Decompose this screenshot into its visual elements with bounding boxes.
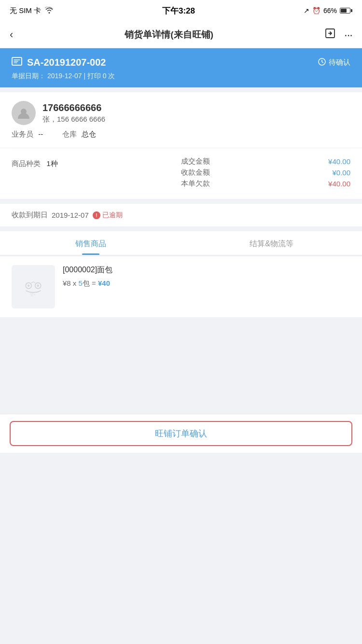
product-image: 管+ <box>12 265 55 308</box>
carrier-label: 无 SIM 卡 <box>10 6 41 15</box>
product-info: [0000002]面包 ¥8 x 5包 = ¥40 <box>63 265 350 288</box>
customer-card: 17666666666 张，156 6666 6666 业务员 -- 仓库 总仓 <box>0 92 362 148</box>
product-tabs: 销售商品 结算&物流等 <box>0 231 362 255</box>
order-header-card: SA-20191207-002 待确认 单据日期： 2019-12-07 | 打… <box>0 48 362 87</box>
summary-left: 商品种类 1种 <box>12 157 181 190</box>
overdue-text: 已逾期 <box>102 211 123 220</box>
status-text: 待确认 <box>329 58 350 67</box>
svg-point-6 <box>28 285 30 287</box>
amount-transaction: 成交金额 ¥40.00 <box>181 157 350 166</box>
status-clock-icon <box>318 58 326 67</box>
nav-actions: ··· <box>325 28 352 42</box>
back-button[interactable]: ‹ <box>10 28 13 41</box>
page-title: 销货单详情(来自旺铺) <box>125 28 213 41</box>
customer-header: 17666666666 张，156 6666 6666 <box>12 101 350 125</box>
status-right: ↗ ⏰ 66% <box>304 7 352 14</box>
customer-meta: 业务员 -- 仓库 总仓 <box>12 130 350 139</box>
due-label: 收款到期日 <box>12 210 48 220</box>
share-icon[interactable] <box>325 28 335 41</box>
location-icon: ↗ <box>304 7 309 14</box>
overdue-badge: ! 已逾期 <box>93 211 123 220</box>
customer-info: 17666666666 张，156 6666 6666 <box>42 102 105 124</box>
alarm-icon: ⏰ <box>312 7 320 14</box>
product-card: 管+ [0000002]面包 ¥8 x 5包 = ¥40 <box>0 256 362 317</box>
confirm-order-button[interactable]: 旺铺订单确认 <box>10 421 352 446</box>
more-icon[interactable]: ··· <box>344 28 352 42</box>
status-time: 下午3:28 <box>162 5 195 16</box>
order-status: 待确认 <box>318 58 350 67</box>
order-icon <box>12 57 22 68</box>
status-left: 无 SIM 卡 <box>10 6 54 15</box>
customer-sub: 张，156 6666 6666 <box>42 115 105 124</box>
warehouse: 仓库 总仓 <box>62 130 96 139</box>
product-name: [0000002]面包 <box>63 265 350 275</box>
tab-sales-product[interactable]: 销售商品 <box>0 231 181 255</box>
amount-received: 收款金额 ¥0.00 <box>181 168 350 177</box>
amount-owed: 本单欠款 ¥40.00 <box>181 179 350 188</box>
order-id: SA-20191207-002 <box>12 57 106 68</box>
status-bar: 无 SIM 卡 下午3:28 ↗ ⏰ 66% <box>0 0 362 21</box>
customer-avatar <box>12 101 36 125</box>
nav-bar: ‹ 销货单详情(来自旺铺) ··· <box>0 21 362 48</box>
battery-percent: 66% <box>323 7 337 14</box>
due-date-value: 2019-12-07 <box>52 211 89 219</box>
summary-right: 成交金额 ¥40.00 收款金额 ¥0.00 本单欠款 ¥40.00 <box>181 157 350 190</box>
tab-settlement[interactable]: 结算&物流等 <box>181 231 362 255</box>
svg-text:管+: 管+ <box>30 293 36 296</box>
order-id-row: SA-20191207-002 待确认 <box>12 57 350 68</box>
order-id-text: SA-20191207-002 <box>27 57 106 68</box>
svg-point-7 <box>37 285 40 287</box>
bottom-bar: 旺铺订单确认 <box>0 414 362 453</box>
empty-area <box>0 317 362 414</box>
wifi-icon <box>45 7 54 15</box>
salesperson: 业务员 -- <box>12 130 43 139</box>
summary-card: 商品种类 1种 成交金额 ¥40.00 收款金额 ¥0.00 本单欠款 ¥40.… <box>0 148 362 199</box>
order-date: 单据日期： 2019-12-07 | 打印 0 次 <box>12 72 350 81</box>
product-price: ¥8 x 5包 = ¥40 <box>63 279 350 288</box>
customer-phone: 17666666666 <box>42 102 105 113</box>
due-date-card: 收款到期日 2019-12-07 ! 已逾期 <box>0 204 362 226</box>
overdue-dot-icon: ! <box>93 211 100 219</box>
battery-icon <box>340 8 352 14</box>
product-type: 商品种类 1种 <box>12 157 181 170</box>
